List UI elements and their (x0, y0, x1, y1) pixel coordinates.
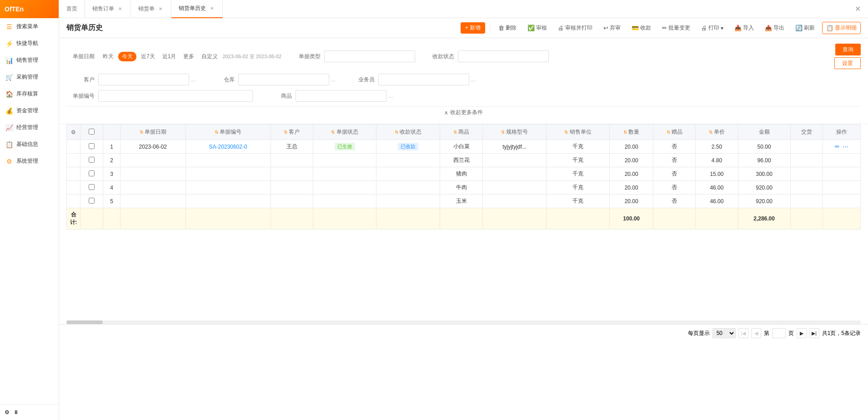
col-checkbox[interactable] (80, 125, 103, 140)
more-icon[interactable]: ⋯ (843, 143, 848, 150)
cell-checkbox[interactable] (80, 181, 103, 195)
sidebar-item-basic-info[interactable]: 📋 基础信息 (0, 136, 59, 153)
page-first-btn[interactable]: |◀ (738, 328, 748, 338)
cell-checkbox[interactable] (80, 195, 103, 208)
row-checkbox-2[interactable] (89, 157, 95, 163)
tab-close-sales-delivery[interactable]: ✕ (157, 6, 164, 12)
cell-customer (271, 195, 313, 208)
page-prev-btn[interactable]: ◀ (751, 328, 761, 338)
tab-close-sales-order[interactable]: ✕ (117, 6, 123, 12)
tab-close-sales-history[interactable]: ✕ (209, 5, 215, 12)
display-button[interactable]: 📋 显示明细 (822, 22, 861, 34)
import-icon: 📥 (734, 25, 742, 31)
table-scroll[interactable]: ⚙ ⇅ 单据日期 ⇅ 单据编号 ⇅ 客户 ⇅ 单据状态 ⇅ 收款状态 ⇅ 商品 … (66, 124, 861, 230)
page-number-input[interactable]: 1 (772, 328, 786, 338)
doc-type-select[interactable] (324, 50, 415, 62)
shortcut-today[interactable]: 今天 (118, 52, 136, 61)
new-button[interactable]: + 新增 (461, 22, 485, 34)
sidebar-item-inventory-calc[interactable]: 🏠 库存核算 (0, 85, 59, 102)
col-transaction-label: 交货 (801, 129, 812, 135)
collapse-button[interactable]: ∧ 收起更多条件 (66, 106, 861, 118)
per-page-select[interactable]: 50 20 100 (712, 328, 736, 338)
audit-print-button[interactable]: 🖨 审核并打印 (554, 22, 596, 34)
staff-more-dots[interactable]: ... (471, 76, 476, 83)
col-spec-type[interactable]: ⇅ 规格型号 (483, 125, 546, 140)
customer-more-dots[interactable]: ... (191, 76, 196, 83)
sidebar-item-finance-mgmt[interactable]: 💰 资金管理 (0, 102, 59, 119)
sidebar-item-search-menu[interactable]: ☰ 搜索菜单 (0, 18, 59, 35)
cell-doc-no[interactable]: SA-20230602-0 (186, 140, 271, 154)
shortcut-custom[interactable]: 自定义 (199, 52, 221, 61)
cell-gift: 否 (653, 140, 696, 154)
goods-input[interactable] (296, 90, 386, 102)
tab-close-all[interactable]: ✕ (848, 5, 868, 13)
col-doc-no[interactable]: ⇅ 单据编号 (186, 125, 271, 140)
sidebar-item-sys-mgmt[interactable]: ⚙ 系统管理 (0, 153, 59, 170)
sidebar-item-quick-nav[interactable]: ⚡ 快捷导航 (0, 35, 59, 52)
col-doc-status[interactable]: ⇅ 单据状态 (313, 125, 376, 140)
cell-checkbox[interactable] (80, 140, 103, 154)
tab-sales-order[interactable]: 销售订单 ✕ (85, 0, 131, 18)
customer-input[interactable] (98, 74, 189, 85)
sidebar-item-purchase-mgmt[interactable]: 🛒 采购管理 (0, 69, 59, 85)
warehouse-more-dots[interactable]: ... (331, 76, 336, 83)
warehouse-input[interactable] (238, 74, 329, 85)
collect-status-select[interactable] (458, 50, 549, 62)
shortcut-1month[interactable]: 近1月 (160, 52, 179, 61)
audit-button[interactable]: ✅ 审核 (524, 22, 551, 34)
col-doc-date[interactable]: ⇅ 单据日期 (120, 125, 186, 140)
search-menu-icon: ☰ (5, 23, 13, 30)
page-next-btn[interactable]: ▶ (797, 328, 807, 338)
refresh-button[interactable]: 🔄 刷新 (792, 22, 818, 34)
audit-print-label: 审核并打印 (565, 24, 592, 32)
row-checkbox-4[interactable] (89, 184, 95, 190)
sidebar-settings-icon[interactable]: ⚙ (5, 409, 10, 415)
goods-more-dots[interactable]: ... (388, 93, 393, 99)
batch-change-button[interactable]: ✏ 批量变更 (658, 22, 694, 34)
staff-input[interactable] (378, 74, 469, 85)
tab-sales-delivery[interactable]: 销货单 ✕ (131, 0, 171, 18)
import-button[interactable]: 📥 导入 (731, 22, 758, 34)
col-sales-unit[interactable]: ⇅ 销售单位 (546, 125, 609, 140)
shortcut-yesterday[interactable]: 昨天 (100, 52, 116, 61)
tab-home[interactable]: 首页 (59, 0, 85, 18)
select-all-checkbox[interactable] (89, 129, 95, 135)
sidebar-item-sales-mgmt[interactable]: 📊 销售管理 (0, 52, 59, 69)
col-gift[interactable]: ⇅ 赠品 (653, 125, 696, 140)
edit-icon[interactable]: ✏ (835, 143, 840, 150)
collect-button[interactable]: 💳 收款 (628, 22, 655, 34)
horizontal-scroll-thumb[interactable] (66, 320, 103, 324)
delete-button[interactable]: 🗑 删除 (495, 22, 520, 34)
col-goods[interactable]: ⇅ 商品 (440, 125, 482, 140)
shortcut-7days[interactable]: 近7天 (138, 52, 158, 61)
cell-checkbox[interactable] (80, 154, 103, 167)
col-quantity[interactable]: ⇅ 数量 (610, 125, 653, 140)
horizontal-scrollbar[interactable] (66, 320, 861, 324)
abandon-button[interactable]: ↩ 弃审 (600, 22, 624, 34)
col-settings[interactable]: ⚙ (67, 125, 80, 140)
col-pay-status[interactable]: ⇅ 收款状态 (376, 125, 440, 140)
sidebar-toggle-icon[interactable]: ⏸ (13, 409, 19, 415)
page-last-btn[interactable]: ▶| (809, 328, 819, 338)
cell-checkbox[interactable] (80, 167, 103, 181)
print-button[interactable]: 🖨 打印 ▾ (697, 22, 727, 34)
export-button[interactable]: 📤 导出 (761, 22, 788, 34)
row-checkbox-3[interactable] (89, 170, 95, 176)
cell-doc-no (186, 154, 271, 167)
col-quantity-label: 数量 (628, 129, 639, 135)
date-shortcuts: 昨天 今天 近7天 近1月 更多 自定义 (100, 52, 221, 61)
row-checkbox-1[interactable] (89, 143, 95, 149)
filter-group-goods: 商品 ... (264, 90, 393, 102)
cell-spec-type (483, 181, 546, 195)
col-unit-price[interactable]: ⇅ 单价 (696, 125, 738, 140)
col-customer[interactable]: ⇅ 客户 (271, 125, 313, 140)
query-button[interactable]: 查询 (835, 44, 861, 55)
doc-no-input[interactable] (98, 90, 253, 102)
tab-sales-history[interactable]: 销货单历史 ✕ (171, 0, 223, 18)
col-goods-label: 商品 (458, 129, 469, 135)
settings-button[interactable]: 设置 (834, 57, 861, 69)
shortcut-more[interactable]: 更多 (181, 52, 197, 61)
row-checkbox-5[interactable] (89, 198, 95, 204)
sidebar-item-ops-mgmt[interactable]: 📈 经营管理 (0, 119, 59, 136)
abandon-label: 弃审 (610, 24, 621, 32)
